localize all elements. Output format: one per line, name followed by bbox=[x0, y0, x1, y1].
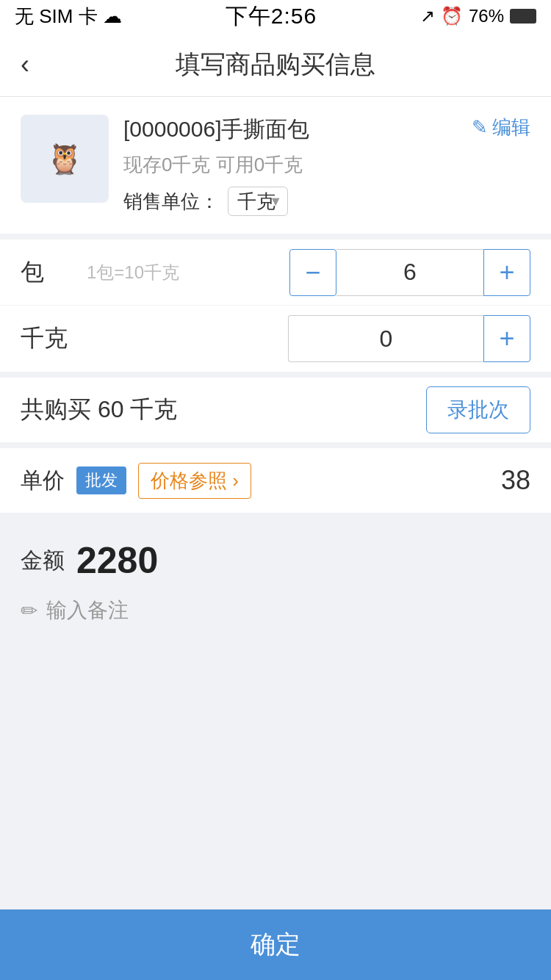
amount-label: 金额 bbox=[21, 546, 65, 576]
price-label: 单价 bbox=[21, 466, 65, 496]
kg-controls: + bbox=[288, 315, 530, 362]
alarm-icon: ⏰ bbox=[441, 6, 463, 26]
edit-button[interactable]: ✎ 编辑 bbox=[472, 115, 530, 140]
product-unit-row: 销售单位： 千克 bbox=[123, 187, 530, 216]
unit-label: 销售单位： bbox=[123, 189, 219, 215]
sim-wifi-label: 无 SIM 卡 ☁ bbox=[15, 4, 122, 29]
price-reference-button[interactable]: 价格参照 › bbox=[138, 463, 251, 499]
product-stock: 现存0千克 可用0千克 bbox=[123, 152, 530, 178]
unit-select-wrap[interactable]: 千克 bbox=[228, 187, 288, 216]
total-amount: 60 bbox=[98, 396, 124, 422]
note-placeholder[interactable]: 输入备注 bbox=[46, 597, 129, 624]
product-name: [0000006]手撕面包 bbox=[123, 115, 530, 145]
package-label: 包 bbox=[21, 256, 79, 289]
product-card: 🦉 [0000006]手撕面包 现存0千克 可用0千克 销售单位： 千克 ✎ 编… bbox=[0, 97, 551, 239]
price-badge: 批发 bbox=[76, 466, 126, 494]
package-increment-button[interactable]: + bbox=[483, 249, 530, 296]
price-section: 单价 批发 价格参照 › 38 bbox=[0, 448, 551, 519]
amount-value: 2280 bbox=[76, 539, 158, 582]
total-text: 共购买 60 千克 bbox=[21, 394, 177, 426]
package-hint: 1包=10千克 bbox=[87, 261, 179, 284]
edit-icon: ✎ bbox=[472, 116, 488, 139]
price-value: 38 bbox=[501, 465, 530, 496]
amount-row: 金额 2280 bbox=[21, 539, 530, 582]
package-decrement-button[interactable]: − bbox=[289, 249, 336, 296]
page-title: 填写商品购买信息 bbox=[176, 48, 375, 82]
status-time: 下午2:56 bbox=[226, 1, 317, 32]
kg-row: 千克 + bbox=[0, 306, 551, 372]
package-input[interactable] bbox=[336, 249, 483, 296]
product-info: [0000006]手撕面包 现存0千克 可用0千克 销售单位： 千克 bbox=[123, 115, 530, 216]
package-controls: − + bbox=[289, 249, 530, 296]
batch-button[interactable]: 录批次 bbox=[426, 386, 530, 433]
total-row: 共购买 60 千克 录批次 bbox=[0, 378, 551, 448]
nav-bar: ‹ 填写商品购买信息 bbox=[0, 32, 551, 97]
package-row: 包 1包=10千克 − + bbox=[0, 239, 551, 306]
amount-section: 金额 2280 ✏ 输入备注 bbox=[0, 519, 551, 639]
total-prefix: 共购买 bbox=[21, 396, 91, 422]
location-icon: ↗ bbox=[420, 6, 435, 26]
status-bar: 无 SIM 卡 ☁ 下午2:56 ↗ ⏰ 76% bbox=[0, 0, 551, 32]
status-right: ↗ ⏰ 76% bbox=[420, 6, 536, 26]
edit-label: 编辑 bbox=[492, 115, 530, 140]
kg-increment-button[interactable]: + bbox=[483, 315, 530, 362]
confirm-button[interactable]: 确定 bbox=[0, 909, 551, 980]
status-left: 无 SIM 卡 ☁ bbox=[15, 4, 122, 29]
product-icon: 🦉 bbox=[46, 142, 83, 176]
product-thumbnail: 🦉 bbox=[21, 115, 109, 203]
kg-input[interactable] bbox=[288, 315, 483, 362]
unit-select[interactable]: 千克 bbox=[228, 187, 288, 216]
back-button[interactable]: ‹ bbox=[21, 49, 29, 80]
pencil-icon: ✏ bbox=[21, 599, 37, 623]
kg-label: 千克 bbox=[21, 323, 79, 355]
total-unit: 千克 bbox=[130, 396, 177, 422]
package-section: 包 1包=10千克 − + 千克 + bbox=[0, 239, 551, 378]
battery-icon bbox=[510, 9, 536, 24]
price-row: 单价 批发 价格参照 › 38 bbox=[21, 448, 530, 513]
note-row[interactable]: ✏ 输入备注 bbox=[21, 597, 530, 624]
battery-label: 76% bbox=[469, 6, 504, 26]
